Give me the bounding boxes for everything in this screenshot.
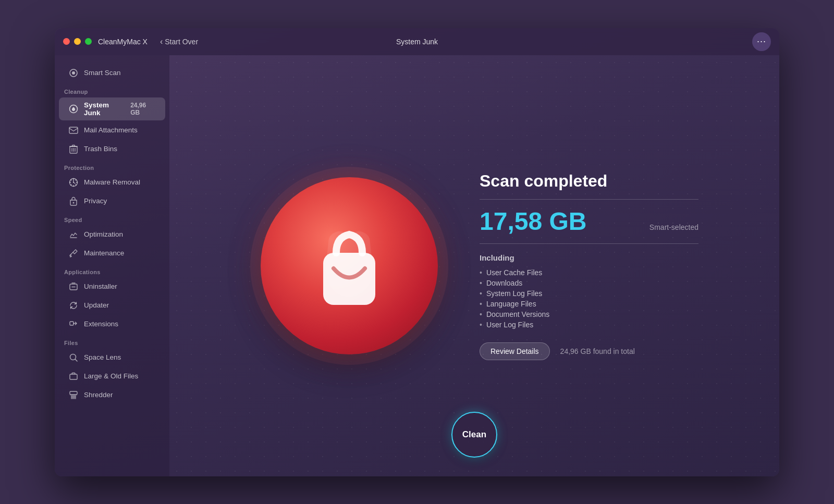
optimization-icon: [68, 229, 79, 240]
app-logo: [261, 177, 438, 354]
found-total-label: 24,96 GB found in total: [560, 347, 635, 355]
list-item: User Log Files: [480, 319, 698, 330]
file-list: User Cache Files Downloads System Log Fi…: [480, 267, 698, 330]
sidebar-item-large-old-files[interactable]: Large & Old Files: [59, 367, 165, 385]
sidebar-item-updater[interactable]: Updater: [59, 297, 165, 314]
smart-scan-icon: [68, 68, 79, 78]
main-content: Smart Scan Cleanup System Junk 24,96 GB: [55, 55, 779, 476]
svg-point-12: [70, 354, 76, 360]
size-row: 17,58 GB Smart-selected: [480, 209, 698, 234]
trash-bins-label: Trash Bins: [84, 145, 117, 153]
close-button[interactable]: [63, 38, 70, 45]
svg-rect-3: [69, 127, 78, 133]
sidebar-section-files: Files: [55, 334, 169, 348]
minimize-button[interactable]: [74, 38, 81, 45]
list-item: User Cache Files: [480, 267, 698, 278]
including-label: Including: [480, 253, 698, 262]
large-old-files-label: Large & Old Files: [84, 372, 138, 380]
sidebar-item-maintenance[interactable]: Maintenance: [59, 244, 165, 262]
sidebar-item-extensions[interactable]: Extensions: [59, 315, 165, 333]
large-files-icon: [68, 371, 79, 382]
svg-rect-15: [70, 395, 77, 396]
extensions-label: Extensions: [84, 320, 118, 328]
divider-top: [480, 199, 698, 200]
extensions-icon: [68, 319, 79, 329]
info-panel: Scan completed 17,58 GB Smart-selected I…: [480, 171, 698, 360]
back-arrow-icon: ‹: [160, 37, 163, 46]
space-lens-label: Space Lens: [84, 353, 121, 361]
scan-completed-title: Scan completed: [480, 171, 698, 191]
uninstaller-icon: [68, 281, 79, 292]
clean-button[interactable]: Clean: [451, 412, 497, 458]
list-item: Document Versions: [480, 309, 698, 319]
svg-rect-13: [70, 374, 77, 379]
size-value: 17,58 GB: [480, 209, 586, 234]
sidebar-item-malware-removal[interactable]: Malware Removal: [59, 174, 165, 191]
main-content-row: Scan completed 17,58 GB Smart-selected I…: [169, 167, 779, 365]
smart-scan-label: Smart Scan: [84, 69, 121, 77]
traffic-lights: [63, 38, 92, 45]
sidebar-item-mail-attachments[interactable]: Mail Attachments: [59, 121, 165, 139]
svg-point-7: [73, 202, 75, 203]
sidebar-item-space-lens[interactable]: Space Lens: [59, 349, 165, 366]
window-center-title: System Junk: [396, 38, 438, 46]
updater-label: Updater: [84, 301, 109, 309]
list-item: Downloads: [480, 278, 698, 288]
smart-selected-label: Smart-selected: [649, 223, 698, 231]
space-lens-icon: [68, 352, 79, 363]
privacy-label: Privacy: [84, 197, 107, 205]
title-bar: CleanMyMac X ‹ Start Over System Junk ··…: [55, 28, 779, 55]
uninstaller-label: Uninstaller: [84, 282, 117, 290]
updater-icon: [68, 300, 79, 311]
trash-icon: [68, 144, 79, 154]
clean-button-area: Clean: [451, 412, 497, 458]
sidebar-item-system-junk[interactable]: System Junk 24,96 GB: [59, 97, 165, 120]
sidebar-section-speed: Speed: [55, 211, 169, 225]
list-item: Language Files: [480, 299, 698, 309]
sidebar-item-privacy[interactable]: Privacy: [59, 192, 165, 210]
back-button[interactable]: ‹ Start Over: [160, 37, 198, 46]
maintenance-icon: [68, 248, 79, 259]
mail-attachments-label: Mail Attachments: [84, 126, 138, 134]
mail-icon: [68, 125, 79, 136]
sidebar-item-shredder[interactable]: Shredder: [59, 386, 165, 404]
app-title: CleanMyMac X: [98, 38, 148, 46]
list-item: System Log Files: [480, 288, 698, 299]
more-dots-icon: ···: [757, 36, 766, 47]
divider-bottom: [480, 243, 698, 244]
bottom-row: Review Details 24,96 GB found in total: [480, 342, 698, 360]
privacy-icon: [68, 196, 79, 206]
app-window: CleanMyMac X ‹ Start Over System Junk ··…: [55, 28, 779, 476]
maximize-button[interactable]: [85, 38, 92, 45]
optimization-label: Optimization: [84, 230, 123, 238]
system-junk-icon: [68, 104, 79, 114]
logo-area: [250, 167, 448, 365]
maintenance-label: Maintenance: [84, 249, 124, 257]
svg-point-6: [73, 182, 74, 183]
more-options-button[interactable]: ···: [752, 32, 771, 51]
back-button-label: Start Over: [165, 38, 198, 46]
sidebar-section-cleanup: Cleanup: [55, 82, 169, 97]
sidebar-item-smart-scan[interactable]: Smart Scan: [59, 64, 165, 82]
svg-rect-14: [70, 391, 77, 395]
logo-svg: [297, 214, 401, 318]
sidebar-section-applications: Applications: [55, 263, 169, 277]
sidebar-item-trash-bins[interactable]: Trash Bins: [59, 140, 165, 158]
main-area: Scan completed 17,58 GB Smart-selected I…: [169, 55, 779, 476]
sidebar-item-uninstaller[interactable]: Uninstaller: [59, 278, 165, 296]
review-details-button[interactable]: Review Details: [480, 342, 550, 360]
system-junk-badge: 24,96 GB: [130, 102, 156, 116]
sidebar-section-protection: Protection: [55, 158, 169, 173]
shredder-icon: [68, 390, 79, 400]
svg-rect-11: [70, 322, 73, 325]
shredder-label: Shredder: [84, 391, 113, 399]
svg-point-1: [72, 71, 75, 75]
malware-removal-label: Malware Removal: [84, 178, 140, 186]
system-junk-label: System Junk: [84, 101, 125, 117]
malware-icon: [68, 177, 79, 188]
sidebar: Smart Scan Cleanup System Junk 24,96 GB: [55, 55, 169, 476]
sidebar-item-optimization[interactable]: Optimization: [59, 226, 165, 243]
